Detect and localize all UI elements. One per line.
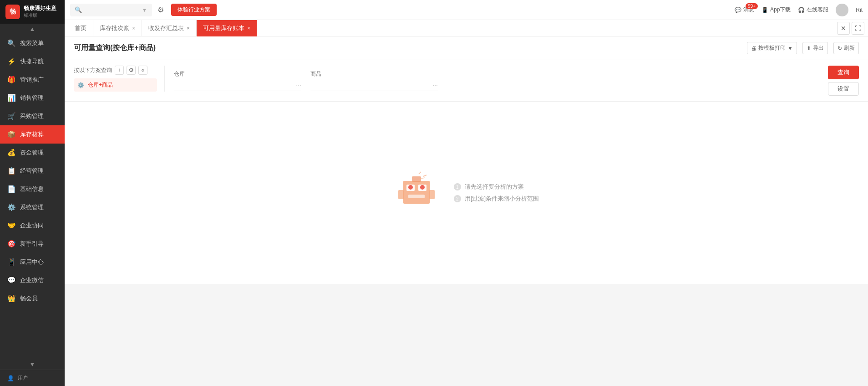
svg-rect-4 — [412, 176, 421, 182]
sidebar-label-member: 畅会员 — [20, 294, 38, 303]
sidebar-item-shortcut[interactable]: ⚡ 快捷导航 — [0, 52, 65, 71]
tab-close-all-button[interactable]: ✕ — [837, 22, 850, 35]
support-icon: 🎧 — [798, 7, 805, 13]
tab-home[interactable]: 首页 — [68, 20, 93, 36]
refresh-icon: ↻ — [838, 45, 842, 51]
sidebar-item-appcenter[interactable]: 📱 应用中心 — [0, 253, 65, 271]
support-button[interactable]: 🎧 在线客服 — [798, 6, 828, 14]
refresh-label: 刷新 — [844, 44, 855, 52]
sidebar-item-enterprise[interactable]: 🤝 企业协同 — [0, 216, 65, 235]
scroll-up-btn[interactable]: ▲ — [0, 24, 65, 34]
shortcut-icon: ⚡ — [7, 57, 15, 66]
sidebar-item-basic[interactable]: 📄 基础信息 — [0, 180, 65, 198]
sidebar-label-shortcut: 快捷导航 — [20, 57, 44, 66]
sidebar-nav: 🔍 搜索菜单 ⚡ 快捷导航 🎁 营销推广 📊 销售管理 🛒 采购管理 📦 库存核… — [0, 34, 65, 359]
page-header: 可用量查询(按仓库+商品) 🖨 按模板打印 ▼ ⬆ 导出 ↻ 刷新 — [65, 36, 868, 60]
sidebar-item-system[interactable]: ⚙️ 系统管理 — [0, 198, 65, 216]
export-button[interactable]: ⬆ 导出 — [802, 42, 828, 54]
member-icon: 👑 — [7, 294, 15, 303]
filter-scheme-label: 按以下方案查询 — [74, 67, 112, 74]
empty-hints: 1 请先选择要分析的方案 2 用[过滤]条件来缩小分析范围 — [454, 183, 539, 203]
sidebar-item-search[interactable]: 🔍 搜索菜单 — [0, 34, 65, 52]
filter-fields-area: 仓库 ··· 商品 ··· 查询 设置 — [174, 66, 859, 96]
topbar-right-area: 💬 消息 99+ 📱 App下载 🎧 在线客服 Rit — [735, 4, 863, 16]
tab-available-ledger-label: 可用量库存账本 — [203, 24, 244, 32]
sidebar-item-finance[interactable]: 💰 资金管理 — [0, 144, 65, 162]
print-dropdown-icon: ▼ — [787, 45, 793, 51]
svg-line-10 — [423, 175, 426, 176]
sidebar-item-member[interactable]: 👑 畅会员 — [0, 289, 65, 308]
system-icon: ⚙️ — [7, 203, 15, 211]
sidebar-item-operations[interactable]: 📋 经营管理 — [0, 162, 65, 180]
svg-line-11 — [421, 178, 425, 179]
tabs-bar: 首页 库存批次账 × 收发存汇总表 × 可用量库存账本 × ✕ ⛶ — [65, 20, 868, 36]
tab-storage-summary[interactable]: 收发存汇总表 × — [142, 20, 197, 36]
settings-button[interactable]: 设置 — [828, 82, 859, 96]
sidebar-item-wechat[interactable]: 💬 企业微信 — [0, 271, 65, 289]
empty-hint-1: 1 请先选择要分析的方案 — [454, 183, 539, 191]
add-scheme-button[interactable]: + — [115, 66, 124, 75]
topbar-search-icon: 🔍 — [75, 6, 82, 13]
sidebar-item-sales[interactable]: 📊 销售管理 — [0, 89, 65, 107]
filter-actions: 查询 设置 — [828, 66, 859, 96]
goods-more-icon[interactable]: ··· — [432, 82, 438, 89]
query-button[interactable]: 查询 — [828, 66, 859, 79]
notice-button[interactable]: 💬 消息 99+ — [735, 6, 754, 14]
empty-cube-svg — [394, 170, 439, 215]
username-label: Rit — [856, 7, 863, 13]
industry-solution-button[interactable]: 体验行业方案 — [171, 4, 217, 16]
topbar-dropdown-icon[interactable]: ▼ — [142, 7, 147, 13]
user-avatar-small: 👤 — [7, 375, 14, 381]
svg-rect-3 — [408, 195, 425, 198]
scheme-item-warehouse-goods[interactable]: ⚙️ 仓库+商品 — [74, 78, 157, 92]
refresh-button[interactable]: ↻ 刷新 — [833, 42, 859, 54]
empty-state: 1 请先选择要分析的方案 2 用[过滤]条件来缩小分析范围 — [394, 170, 539, 216]
print-template-button[interactable]: 🖨 按模板打印 ▼ — [747, 42, 797, 54]
enterprise-icon: 🤝 — [7, 221, 15, 230]
empty-illustration — [394, 170, 439, 216]
collapse-scheme-button[interactable]: « — [138, 66, 147, 75]
tab-batch-ledger-label: 库存批次账 — [100, 24, 129, 32]
scroll-down-btn[interactable]: ▼ — [0, 359, 65, 370]
app-download-button[interactable]: 📱 App下载 — [761, 6, 791, 14]
tab-available-ledger[interactable]: 可用量库存账本 × — [197, 20, 257, 36]
topbar-gear-icon[interactable]: ⚙ — [156, 4, 166, 16]
sidebar-label-basic: 基础信息 — [20, 185, 44, 193]
tab-expand-button[interactable]: ⛶ — [852, 22, 864, 35]
warehouse-input-container: ··· — [174, 80, 301, 91]
sidebar-title-area: 畅康通好生意 标准版 — [24, 5, 56, 19]
search-icon: 🔍 — [7, 39, 15, 47]
warehouse-input[interactable] — [174, 82, 293, 88]
goods-input[interactable] — [310, 82, 430, 88]
filter-scheme-panel: 按以下方案查询 + ⚙ « ⚙️ 仓库+商品 — [74, 66, 165, 92]
manage-scheme-button[interactable]: ⚙ — [127, 66, 136, 75]
tabs-right-buttons: ✕ ⛶ — [833, 22, 868, 35]
topbar-search-input[interactable] — [85, 7, 139, 13]
sidebar-label-inventory: 库存核算 — [20, 130, 44, 139]
filter-scheme-header: 按以下方案查询 + ⚙ « — [74, 66, 157, 75]
sidebar-label-search: 搜索菜单 — [20, 39, 44, 47]
goods-label: 商品 — [310, 70, 438, 78]
svg-rect-5 — [398, 190, 404, 199]
tab-batch-ledger-close[interactable]: × — [132, 26, 135, 31]
filter-area: 按以下方案查询 + ⚙ « ⚙️ 仓库+商品 仓库 ··· — [65, 60, 868, 102]
tab-batch-ledger[interactable]: 库存批次账 × — [93, 20, 142, 36]
sidebar-item-inventory[interactable]: 📦 库存核算 — [0, 125, 65, 144]
sidebar-item-newbie[interactable]: 🎯 新手引导 — [0, 235, 65, 253]
app-icon: 📱 — [761, 7, 768, 13]
support-label: 在线客服 — [807, 6, 828, 14]
finance-icon: 💰 — [7, 149, 15, 157]
tab-available-ledger-close[interactable]: × — [247, 26, 250, 31]
sidebar-item-purchase[interactable]: 🛒 采购管理 — [0, 107, 65, 125]
filter-field-goods: 商品 ··· — [310, 70, 438, 91]
hint-text-1: 请先选择要分析的方案 — [465, 183, 524, 191]
appcenter-icon: 📱 — [7, 258, 15, 266]
basic-icon: 📄 — [7, 185, 15, 193]
warehouse-more-icon[interactable]: ··· — [296, 82, 301, 89]
sidebar: 畅 畅康通好生意 标准版 ▲ 🔍 搜索菜单 ⚡ 快捷导航 🎁 营销推广 📊 销售… — [0, 0, 65, 386]
page-content: 可用量查询(按仓库+商品) 🖨 按模板打印 ▼ ⬆ 导出 ↻ 刷新 — [65, 36, 868, 386]
filter-field-warehouse: 仓库 ··· — [174, 70, 301, 91]
sidebar-item-marketing[interactable]: 🎁 营销推广 — [0, 71, 65, 89]
inventory-icon: 📦 — [7, 130, 15, 139]
tab-storage-summary-close[interactable]: × — [187, 26, 190, 31]
